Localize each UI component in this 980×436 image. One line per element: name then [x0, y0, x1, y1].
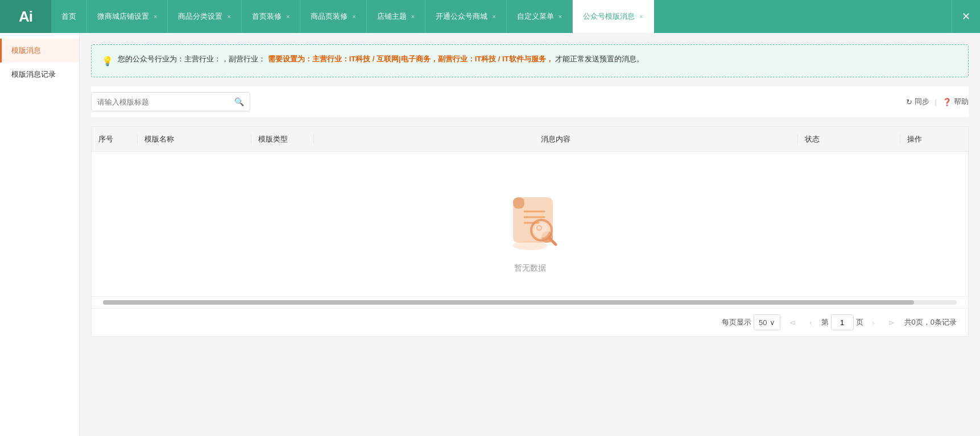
tab-close-product-decor[interactable]: × [352, 14, 355, 20]
tab-label-category: 商品分类设置 [178, 11, 222, 22]
prev-page-button[interactable]: ‹ [803, 314, 819, 330]
scrollbar-track [103, 300, 957, 305]
bulb-icon: 💡 [102, 53, 113, 69]
tab-label-product-decor: 商品页装修 [311, 11, 348, 22]
search-icon[interactable]: 🔍 [234, 97, 244, 106]
sidebar-item-template-log[interactable]: 模版消息记录 [0, 63, 79, 86]
tab-label-open-mall: 开通公众号商城 [436, 11, 487, 22]
content-area: 💡 您的公众号行业为：主营行业：，副营行业： 需要设置为：主营行业：IT科技 /… [80, 33, 980, 436]
sync-button[interactable]: ↻ 同步 [906, 97, 929, 107]
notice-highlight: 需要设置为：主营行业：IT科技 / 互联网|电子商务，副营行业：IT科技 / I… [268, 55, 553, 63]
search-box[interactable]: 🔍 [91, 92, 250, 111]
close-all-button[interactable]: ✕ [952, 0, 980, 33]
table-header: 序号 模版名称 模版类型 消息内容 状态 操作 [92, 127, 968, 152]
help-label: 帮助 [954, 97, 969, 107]
empty-state: 暂无数据 [92, 152, 968, 296]
tab-label-theme: 店铺主题 [377, 11, 407, 22]
tab-close-category[interactable]: × [227, 14, 230, 20]
help-icon: ❓ [942, 98, 952, 106]
tab-open-mall[interactable]: 开通公众号商城 × [425, 0, 506, 33]
col-type: 模版类型 [251, 134, 313, 144]
pagination: 每页显示 50 ∨ ⊲ ‹ 第 页 › ⊳ 共0页，0条记录 [92, 308, 968, 336]
page-size-dropdown[interactable]: 50 ∨ [754, 314, 780, 330]
tab-close-store[interactable]: × [154, 14, 157, 20]
empty-text: 暂无数据 [514, 263, 546, 273]
page-buttons: ⊲ ‹ 第 页 › ⊳ [785, 314, 900, 330]
scrollbar-thumb[interactable] [103, 300, 914, 305]
last-page-button[interactable]: ⊳ [884, 314, 900, 330]
page-number-input[interactable] [831, 314, 854, 330]
next-page-button[interactable]: › [866, 314, 882, 330]
page-size-value: 50 [759, 318, 767, 327]
toolbar-row: 🔍 ↻ 同步 | ❓ 帮助 [91, 86, 969, 117]
tab-label-custom-menu: 自定义菜单 [517, 11, 554, 22]
page-label-first: 第 [821, 317, 829, 327]
col-name: 模版名称 [137, 134, 251, 144]
page-size-select: 每页显示 50 ∨ [722, 314, 780, 330]
tab-label-home-decor: 首页装修 [252, 11, 282, 22]
tab-store-settings[interactable]: 微商城店铺设置 × [87, 0, 168, 33]
data-table: 序号 模版名称 模版类型 消息内容 状态 操作 [91, 126, 969, 337]
tab-close-template-msg[interactable]: × [639, 14, 643, 20]
page-size-label: 每页显示 [722, 317, 751, 327]
tab-category[interactable]: 商品分类设置 × [168, 0, 241, 33]
tab-product-decor[interactable]: 商品页装修 × [300, 0, 366, 33]
tab-close-open-mall[interactable]: × [492, 14, 495, 20]
tab-close-custom-menu[interactable]: × [559, 14, 562, 20]
sync-label: 同步 [915, 97, 929, 107]
main-layout: 模版消息 模版消息记录 💡 您的公众号行业为：主营行业：，副营行业： 需要设置为… [0, 33, 980, 436]
col-seq: 序号 [92, 134, 137, 144]
scrollbar-area[interactable] [92, 296, 968, 308]
col-content: 消息内容 [313, 134, 797, 144]
chevron-down-icon: ∨ [770, 318, 775, 327]
tab-label-store: 微商城店铺设置 [97, 11, 149, 22]
tab-custom-menu[interactable]: 自定义菜单 × [507, 0, 573, 33]
notice-box: 💡 您的公众号行业为：主营行业：，副营行业： 需要设置为：主营行业：IT科技 /… [91, 44, 969, 77]
refresh-icon: ↻ [906, 98, 912, 106]
sidebar-item-template-msg[interactable]: 模版消息 [0, 39, 79, 63]
top-nav: Ai 首页 微商城店铺设置 × 商品分类设置 × 首页装修 × 商品页装修 × … [0, 0, 980, 33]
tab-template-msg[interactable]: 公众号模版消息 × [573, 0, 654, 33]
tab-home-decor[interactable]: 首页装修 × [242, 0, 300, 33]
first-page-button[interactable]: ⊲ [785, 314, 801, 330]
col-action: 操作 [900, 134, 968, 144]
search-input[interactable] [97, 98, 234, 106]
notice-text: 您的公众号行业为：主营行业：，副营行业： 需要设置为：主营行业：IT科技 / 互… [118, 53, 644, 65]
toolbar-right: ↻ 同步 | ❓ 帮助 [906, 97, 969, 107]
tab-theme[interactable]: 店铺主题 × [367, 0, 425, 33]
nav-tabs: 首页 微商城店铺设置 × 商品分类设置 × 首页装修 × 商品页装修 × 店铺主… [51, 0, 952, 33]
total-info: 共0页，0条记录 [904, 317, 957, 327]
col-status: 状态 [797, 134, 900, 144]
divider: | [935, 98, 937, 106]
tab-label-template-msg: 公众号模版消息 [583, 11, 635, 22]
help-button[interactable]: ❓ 帮助 [942, 97, 969, 107]
tab-close-home-decor[interactable]: × [286, 14, 290, 20]
page-unit: 页 [856, 317, 863, 327]
svg-point-5 [534, 223, 549, 238]
empty-illustration [496, 186, 564, 254]
tab-home[interactable]: 首页 [51, 0, 87, 33]
brand-logo: Ai [0, 0, 51, 33]
tab-label-home: 首页 [61, 11, 76, 22]
tab-close-theme[interactable]: × [411, 14, 415, 20]
sidebar: 模版消息 模版消息记录 [0, 33, 80, 436]
